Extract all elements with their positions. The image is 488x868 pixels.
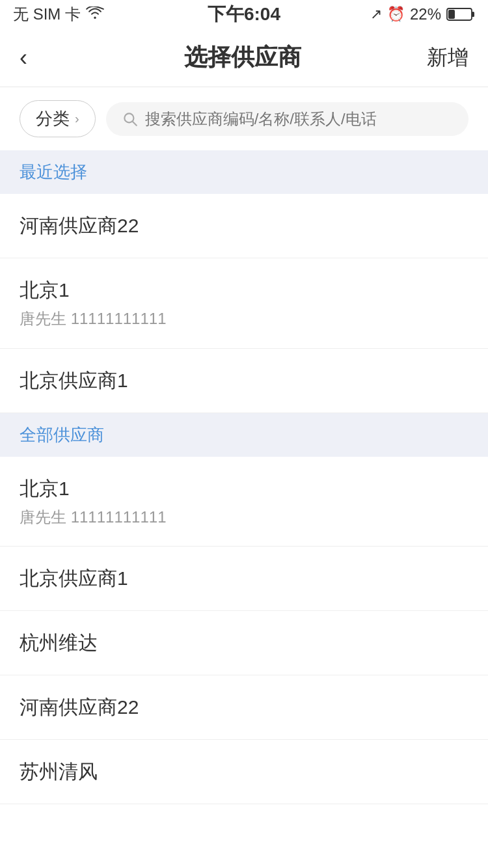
status-left: 无 SIM 卡 xyxy=(13,4,104,25)
recent-list-item[interactable]: 北京供应商1 xyxy=(0,349,488,413)
category-label: 分类 xyxy=(36,107,70,130)
item-name: 苏州清风 xyxy=(20,758,468,785)
recent-section-label: 最近选择 xyxy=(20,162,87,182)
item-name: 河南供应商22 xyxy=(20,212,468,239)
svg-line-4 xyxy=(132,121,136,125)
svg-rect-2 xyxy=(448,10,455,19)
item-name: 杭州维达 xyxy=(20,629,468,657)
all-list-item[interactable]: 河南供应商22 xyxy=(0,675,488,740)
status-time: 下午6:04 xyxy=(208,2,280,27)
alarm-icon: ⏰ xyxy=(387,6,405,23)
svg-rect-1 xyxy=(472,12,474,17)
item-name: 北京供应商1 xyxy=(20,565,468,592)
item-sub: 唐先生 11111111111 xyxy=(20,506,468,528)
status-right: ↗ ⏰ 22% xyxy=(370,5,475,23)
item-sub: 唐先生 11111111111 xyxy=(20,308,468,330)
nav-bar: ‹ 选择供应商 新增 xyxy=(0,29,488,87)
add-button[interactable]: 新增 xyxy=(427,44,468,72)
chevron-right-icon: › xyxy=(75,111,79,126)
all-section-label: 全部供应商 xyxy=(20,425,104,444)
search-box xyxy=(106,102,468,136)
recent-list: 河南供应商22北京1唐先生 11111111111北京供应商1 xyxy=(0,194,488,413)
all-list-item[interactable]: 杭州维达 xyxy=(0,611,488,675)
item-name: 北京1 xyxy=(20,277,468,304)
wifi-icon xyxy=(86,5,104,23)
battery-icon xyxy=(446,7,475,21)
page-title: 选择供应商 xyxy=(184,42,301,74)
search-icon xyxy=(122,111,139,128)
status-bar: 无 SIM 卡 下午6:04 ↗ ⏰ 22% xyxy=(0,0,488,29)
search-input[interactable] xyxy=(145,110,453,128)
recent-section-header: 最近选择 xyxy=(0,150,488,194)
recent-list-item[interactable]: 河南供应商22 xyxy=(0,194,488,258)
filter-bar: 分类 › xyxy=(0,87,488,150)
back-button[interactable]: ‹ xyxy=(20,44,59,72)
item-name: 北京1 xyxy=(20,475,468,502)
all-list-item[interactable]: 北京供应商1 xyxy=(0,547,488,611)
recent-list-item[interactable]: 北京1唐先生 11111111111 xyxy=(0,258,488,349)
all-list-item[interactable]: 北京1唐先生 11111111111 xyxy=(0,457,488,547)
location-icon: ↗ xyxy=(370,6,382,23)
all-list-item[interactable]: 苏州清风 xyxy=(0,740,488,804)
battery-label: 22% xyxy=(410,5,441,23)
all-list: 北京1唐先生 11111111111北京供应商1杭州维达河南供应商22苏州清风 xyxy=(0,457,488,805)
no-sim-label: 无 SIM 卡 xyxy=(13,4,81,25)
all-section-header: 全部供应商 xyxy=(0,413,488,457)
category-button[interactable]: 分类 › xyxy=(20,100,96,137)
item-name: 北京供应商1 xyxy=(20,367,468,394)
item-name: 河南供应商22 xyxy=(20,694,468,721)
